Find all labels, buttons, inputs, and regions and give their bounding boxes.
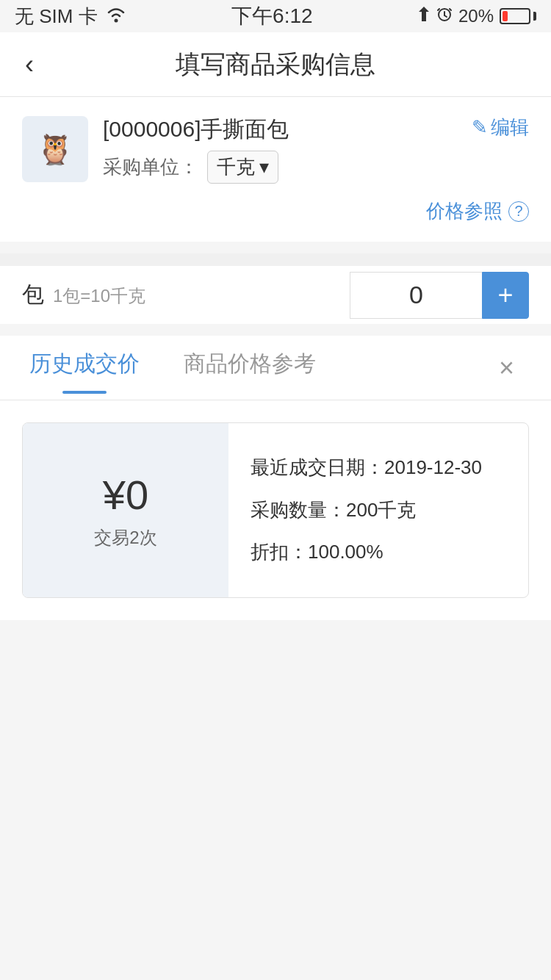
price-amount: 0	[126, 472, 148, 518]
price-detail-discount-value: 100.00%	[308, 541, 383, 563]
close-icon: ×	[499, 353, 514, 383]
svg-line-3	[444, 15, 447, 17]
quantity-input[interactable]	[350, 272, 482, 319]
price-detail-discount: 折扣：100.00%	[251, 537, 506, 568]
product-thumbnail: 🦉	[22, 116, 88, 182]
price-value: ¥0	[103, 471, 148, 519]
tab-content-history: ¥0 交易2次 最近成交日期：2019-12-30 采购数量：200千克 折扣：…	[0, 400, 551, 620]
quantity-conversion: 1包=10千克	[53, 284, 145, 308]
quantity-unit: 包	[22, 280, 44, 310]
tabs-header: 历史成交价 商品价格参考 ×	[0, 336, 551, 400]
edit-label: 编辑	[491, 115, 529, 140]
price-ref-link[interactable]: 价格参照 ?	[426, 198, 529, 224]
price-detail-qty: 采购数量：200千克	[251, 495, 506, 526]
alarm-icon	[436, 6, 453, 26]
tab-reference-label: 商品价格参考	[184, 351, 316, 375]
product-unit-row: 采购单位： 千克 ▾	[103, 151, 289, 184]
tab-reference[interactable]: 商品价格参考	[184, 349, 316, 386]
carrier-label: 无 SIM 卡	[15, 4, 98, 29]
price-detail-qty-label: 采购数量：	[251, 499, 346, 521]
plus-icon: +	[497, 280, 513, 311]
location-icon	[417, 6, 431, 26]
price-card-right: 最近成交日期：2019-12-30 采购数量：200千克 折扣：100.00%	[228, 423, 528, 597]
unit-dropdown-icon: ▾	[259, 156, 269, 179]
back-button[interactable]: ‹	[18, 42, 41, 87]
product-header: 🦉 [0000006]手撕面包 采购单位： 千克 ▾ ✎ 编辑	[22, 115, 529, 184]
tabs-panel: 历史成交价 商品价格参考 × ¥0 交易2次 最近成交日期：2019-12-30	[0, 336, 551, 620]
product-info: [0000006]手撕面包 采购单位： 千克 ▾	[103, 115, 289, 184]
status-time: 下午6:12	[231, 2, 313, 30]
price-ref-row: 价格参照 ?	[22, 198, 529, 224]
wifi-icon	[105, 5, 127, 28]
quantity-section: 包 1包=10千克 +	[0, 265, 551, 324]
product-left: 🦉 [0000006]手撕面包 采购单位： 千克 ▾	[22, 115, 289, 184]
price-ref-icon: ?	[508, 201, 529, 222]
price-card-left: ¥0 交易2次	[23, 423, 228, 597]
status-bar: 无 SIM 卡 下午6:12 20%	[0, 0, 551, 32]
status-right: 20%	[417, 6, 536, 26]
price-detail-date: 最近成交日期：2019-12-30	[251, 453, 506, 483]
unit-selector[interactable]: 千克 ▾	[207, 151, 278, 184]
price-ref-label: 价格参照	[426, 198, 503, 224]
product-card: 🦉 [0000006]手撕面包 采购单位： 千克 ▾ ✎ 编辑 价格参照 ?	[0, 97, 551, 242]
nav-bar: ‹ 填写商品采购信息	[0, 32, 551, 97]
quantity-plus-button[interactable]: +	[482, 272, 529, 319]
section-separator-1	[0, 253, 551, 265]
unit-label: 采购单位：	[103, 154, 198, 180]
close-button[interactable]: ×	[491, 345, 522, 391]
price-trade-count: 交易2次	[94, 526, 156, 550]
edit-link[interactable]: ✎ 编辑	[472, 115, 529, 140]
battery-icon	[500, 8, 536, 24]
tab-history[interactable]: 历史成交价	[29, 349, 140, 386]
price-card: ¥0 交易2次 最近成交日期：2019-12-30 采购数量：200千克 折扣：…	[22, 422, 529, 598]
price-detail-qty-value: 200千克	[346, 499, 416, 521]
price-detail-discount-label: 折扣：	[251, 541, 308, 563]
svg-point-0	[114, 18, 118, 22]
tab-history-label: 历史成交价	[29, 351, 140, 375]
tabs-list: 历史成交价 商品价格参考	[29, 349, 316, 386]
price-detail-date-label: 最近成交日期：	[251, 456, 384, 478]
quantity-label-group: 包 1包=10千克	[22, 280, 145, 310]
price-detail-date-value: 2019-12-30	[384, 456, 482, 478]
status-left: 无 SIM 卡	[15, 4, 127, 29]
page-title: 填写商品采购信息	[176, 48, 375, 82]
edit-pencil-icon: ✎	[472, 116, 488, 139]
unit-value: 千克	[217, 154, 255, 180]
quantity-input-group: +	[350, 272, 529, 319]
battery-percent: 20%	[458, 6, 494, 26]
price-currency: ¥	[103, 472, 126, 518]
product-logo-icon: 🦉	[37, 132, 73, 167]
product-name: [0000006]手撕面包	[103, 115, 289, 145]
